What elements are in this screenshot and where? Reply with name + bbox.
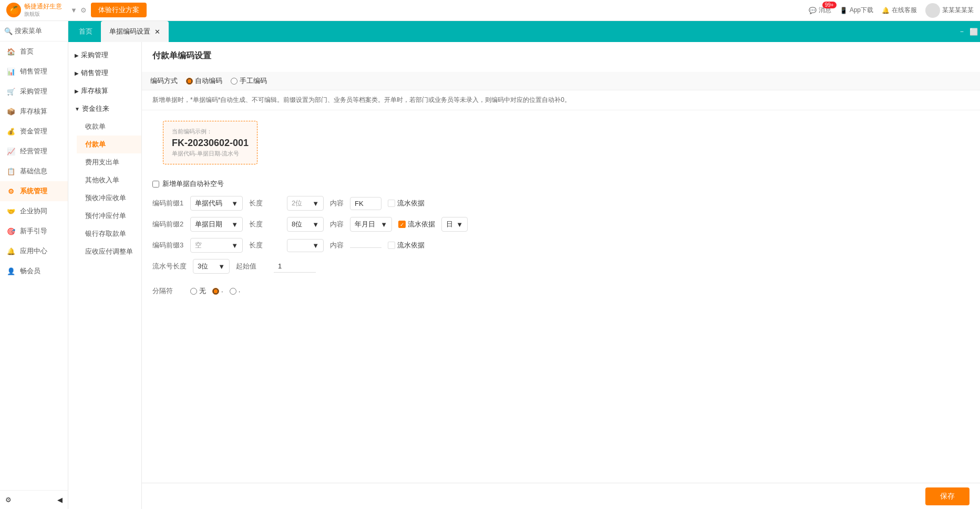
sub-nav-item-other-income[interactable]: 其他收入单 xyxy=(77,171,141,189)
sub-nav-item-adjust[interactable]: 应收应付调整单 xyxy=(77,243,141,261)
info-text: 新增单据时，*单据编码*自动生成、不可编辑。前缀设置为部门、业务员等档案类。开单… xyxy=(142,90,980,110)
serial3-checkbox-item[interactable]: 流水依据 xyxy=(388,241,425,250)
sidebar-label-basic: 基础信息 xyxy=(20,167,47,176)
dropdown-arrow-icon[interactable]: ▼ xyxy=(70,6,77,14)
sub-nav-group-sales[interactable]: ▶ 销售管理 xyxy=(68,64,141,82)
sep-none-text: 无 xyxy=(199,286,206,296)
serial-length-row: 流水号长度 3位 ▼ 起始值 1 xyxy=(152,259,969,274)
experience-button[interactable]: 体验行业方案 xyxy=(91,3,147,17)
sidebar-item-apps[interactable]: 🔔 应用中心 xyxy=(0,241,68,261)
sidebar-label-enterprise: 企业协同 xyxy=(20,206,47,216)
sidebar-item-operations[interactable]: 📈 经营管理 xyxy=(0,141,68,161)
auto-code-radio-label[interactable]: 自动编码 xyxy=(186,76,222,86)
content2-select[interactable]: 年月日 ▼ xyxy=(350,217,392,232)
sidebar-item-guide[interactable]: 🎯 新手引导 xyxy=(0,221,68,241)
sub-nav-group-sales-label: 销售管理 xyxy=(81,68,108,78)
member-icon: 👤 xyxy=(6,266,16,276)
main-layout: 🔍 搜索菜单 🏠 首页 📊 销售管理 🛒 采购管理 📦 库存核算 💰 资金管理 … xyxy=(0,21,980,509)
sep-dot2-label[interactable]: · xyxy=(230,287,241,295)
auto-code-radio[interactable] xyxy=(186,78,193,85)
sep-dot-radio[interactable] xyxy=(212,288,219,295)
sidebar-label-guide: 新手引导 xyxy=(20,226,47,236)
tab-home[interactable]: 首页 xyxy=(70,21,101,42)
prefix3-label: 编码前缀3 xyxy=(152,241,184,250)
start-value-input[interactable]: 1 xyxy=(274,260,316,273)
user-info[interactable]: 某某某某某 xyxy=(925,3,974,18)
serial1-checkbox-item[interactable]: 流水依据 xyxy=(388,199,425,208)
sidebar-label-member: 畅会员 xyxy=(20,266,40,276)
sidebar-item-system[interactable]: ⚙ 系统管理 xyxy=(0,181,68,201)
sidebar-item-purchase[interactable]: 🛒 采购管理 xyxy=(0,81,68,101)
sidebar-settings-icon[interactable]: ⚙ xyxy=(5,496,12,504)
length1-select[interactable]: 2位 ▼ xyxy=(287,196,324,211)
serial1-checkbox[interactable] xyxy=(388,200,395,207)
save-button[interactable]: 保存 xyxy=(925,487,969,505)
length2-select[interactable]: 8位 ▼ xyxy=(287,217,324,232)
prefix3-select[interactable]: 空 ▼ xyxy=(190,238,243,253)
length3-select[interactable]: ▼ xyxy=(287,239,324,252)
sub-nav-item-expense[interactable]: 费用支出单 xyxy=(77,153,141,171)
length3-label: 长度 xyxy=(249,241,281,250)
form-spacer xyxy=(142,299,980,483)
form-title: 付款单编码设置 xyxy=(152,50,969,61)
prefix3-chevron-icon: ▼ xyxy=(231,242,238,250)
length2-chevron-icon: ▼ xyxy=(312,221,319,228)
form-section: 编码前缀1 单据代码 ▼ 长度 2位 ▼ 内容 FK xyxy=(142,193,980,283)
message-badge: 99+ xyxy=(822,2,837,8)
inner-layout: ▶ 采购管理 ▶ 销售管理 ▶ 库存核算 ▼ 资金往来 收款单 xyxy=(68,42,980,509)
auto-fill-checkbox[interactable] xyxy=(152,181,159,188)
prefix2-select[interactable]: 单据日期 ▼ xyxy=(190,217,243,232)
serial2-checkbox-item[interactable]: ✓ 流水依据 xyxy=(398,220,435,229)
sub-nav-item-pre-collect[interactable]: 预收冲应收单 xyxy=(77,189,141,207)
funds-icon: 💰 xyxy=(6,127,16,136)
day-select[interactable]: 日 ▼ xyxy=(441,217,468,232)
sep-dot-label[interactable]: · xyxy=(212,287,223,295)
sep-none-radio[interactable] xyxy=(190,288,197,295)
sidebar-collapse-icon[interactable]: ◀ xyxy=(57,496,63,504)
top-bar-right: 💬 消息 99+ 📱 App下载 🔔 在线客服 某某某某某 xyxy=(809,3,974,18)
settings-icon[interactable]: ⚙ xyxy=(80,6,87,14)
sub-nav-item-payment[interactable]: 付款单 xyxy=(77,136,141,153)
sidebar-item-inventory[interactable]: 📦 库存核算 xyxy=(0,101,68,121)
app-download-item[interactable]: 📱 App下载 xyxy=(840,6,873,15)
sidebar-item-home[interactable]: 🏠 首页 xyxy=(0,41,68,61)
basic-icon: 📋 xyxy=(6,167,16,176)
sub-nav-item-receipt[interactable]: 收款单 xyxy=(77,118,141,136)
serial-length-select[interactable]: 3位 ▼ xyxy=(193,259,230,274)
tab-encoding[interactable]: 单据编码设置 ✕ xyxy=(101,21,169,42)
sub-nav-expense-label: 费用支出单 xyxy=(85,158,119,167)
sidebar-item-enterprise[interactable]: 🤝 企业协同 xyxy=(0,201,68,221)
serial2-checkbox[interactable]: ✓ xyxy=(398,221,406,228)
sep-dot2-radio[interactable] xyxy=(230,288,236,295)
day-value: 日 xyxy=(446,220,453,229)
sidebar-item-sales[interactable]: 📊 销售管理 xyxy=(0,61,68,81)
tab-minimize-icon[interactable]: － xyxy=(958,27,965,36)
sub-nav-group-inventory[interactable]: ▶ 库存核算 xyxy=(68,82,141,100)
sub-nav-item-pre-pay[interactable]: 预付冲应付单 xyxy=(77,207,141,225)
sub-nav-item-bank[interactable]: 银行存取款单 xyxy=(77,225,141,243)
prefix2-chevron-icon: ▼ xyxy=(231,221,238,228)
manual-code-radio[interactable] xyxy=(231,78,238,85)
content2-value: 年月日 xyxy=(355,220,375,229)
message-item[interactable]: 💬 消息 99+ xyxy=(809,6,831,15)
online-service-item[interactable]: 🔔 在线客服 xyxy=(882,6,917,15)
search-menu[interactable]: 🔍 搜索菜单 xyxy=(0,21,68,41)
sep-none-label[interactable]: 无 xyxy=(190,286,206,296)
sidebar-item-funds[interactable]: 💰 资金管理 xyxy=(0,121,68,141)
sidebar-item-basic[interactable]: 📋 基础信息 xyxy=(0,161,68,181)
sub-nav-group-purchase[interactable]: ▶ 采购管理 xyxy=(68,46,141,64)
serial3-checkbox[interactable] xyxy=(388,242,395,249)
sub-nav-group-capital[interactable]: ▼ 资金往来 xyxy=(68,100,141,118)
sep-dot-text: · xyxy=(221,287,223,295)
manual-code-radio-label[interactable]: 手工编码 xyxy=(231,76,267,86)
logo-sub: 旗舰版 xyxy=(24,11,62,18)
auto-fill-label: 新增单据自动补空号 xyxy=(162,179,224,189)
sidebar-item-member[interactable]: 👤 畅会员 xyxy=(0,261,68,281)
content2-chevron-icon: ▼ xyxy=(380,221,387,228)
tab-maximize-icon[interactable]: ⬜ xyxy=(969,28,978,36)
message-icon: 💬 xyxy=(809,7,817,14)
tab-close-icon[interactable]: ✕ xyxy=(154,28,160,36)
auto-code-label: 自动编码 xyxy=(195,76,222,86)
prefix1-select[interactable]: 单据代码 ▼ xyxy=(190,196,243,211)
day-chevron-icon: ▼ xyxy=(456,221,463,228)
